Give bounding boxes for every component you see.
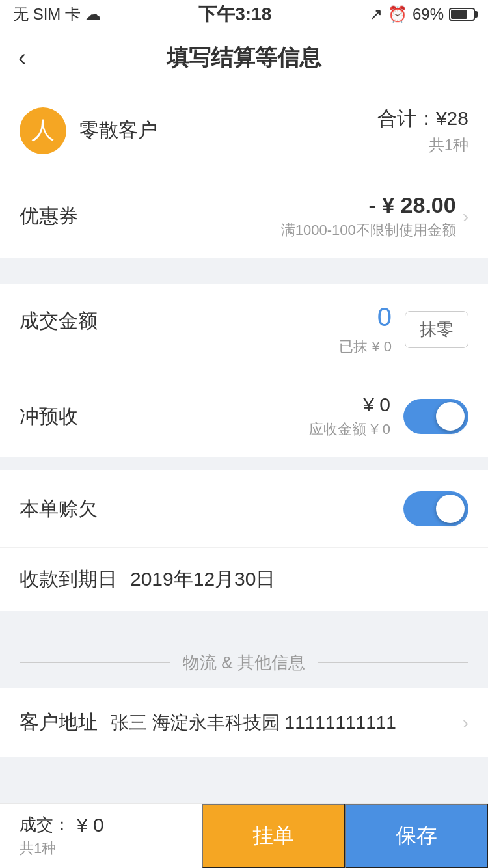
logistics-header: 物流 & 其他信息 <box>0 637 488 688</box>
transaction-row: 成交金额 0 已抹 ¥ 0 抹零 <box>0 284 488 375</box>
due-date-row[interactable]: 收款到期日 2019年12月30日 <box>0 547 488 611</box>
chevron-right-icon: › <box>463 206 468 227</box>
status-bar: 无 SIM 卡 ☁ 下午3:18 ↗ ⏰ 69% <box>0 0 488 29</box>
page-title: 填写结算等信息 <box>167 43 321 73</box>
round-button[interactable]: 抹零 <box>405 311 468 348</box>
customer-total-block: 合计：¥28 共1种 <box>377 105 468 156</box>
customer-row: 人 零散客户 合计：¥28 共1种 <box>0 87 488 174</box>
coupon-row[interactable]: 优惠券 - ¥ 28.00 满1000-100不限制使用金额 › <box>0 174 488 258</box>
back-button[interactable]: ‹ <box>18 44 26 72</box>
coupon-discount: - ¥ 28.00 <box>281 193 456 218</box>
coupon-description: 满1000-100不限制使用金额 <box>281 221 456 240</box>
transaction-section: 成交金额 0 已抹 ¥ 0 抹零 冲预收 ¥ 0 应收金额 ¥ 0 <box>0 284 488 457</box>
address-row[interactable]: 客户地址 张三 海淀永丰科技园 11111111111 › <box>0 688 488 757</box>
transaction-label: 成交金额 <box>20 303 98 334</box>
avatar: 人 <box>20 107 66 154</box>
save-button[interactable]: 保存 <box>345 804 488 869</box>
address-value: 张三 海淀永丰科技园 11111111111 <box>111 711 463 735</box>
debt-section: 本单赊欠 收款到期日 2019年12月30日 <box>0 470 488 611</box>
transaction-right: 0 已抹 ¥ 0 抹零 <box>339 303 468 357</box>
debt-label: 本单赊欠 <box>20 496 98 522</box>
customer-section: 人 零散客户 合计：¥28 共1种 优惠券 - ¥ 28.00 满1000-10… <box>0 87 488 258</box>
section-divider-1 <box>0 271 488 284</box>
debt-row: 本单赊欠 <box>0 470 488 547</box>
status-right: ↗ ⏰ 69% <box>370 5 475 23</box>
battery-icon <box>449 8 475 21</box>
customer-info: 人 零散客户 <box>20 107 157 154</box>
coupon-info: - ¥ 28.00 满1000-100不限制使用金额 <box>281 193 456 240</box>
bottom-transaction-amount: ¥ 0 <box>77 814 104 836</box>
coupon-label: 优惠券 <box>20 203 78 230</box>
customer-total: 合计：¥28 <box>377 105 468 132</box>
location-icon: ↗ <box>370 5 383 23</box>
bottom-transaction: 成交： ¥ 0 <box>20 813 182 836</box>
debt-toggle[interactable] <box>403 491 468 526</box>
toggle-knob <box>436 402 465 431</box>
divider-line-left <box>20 662 170 663</box>
coupon-right: - ¥ 28.00 满1000-100不限制使用金额 › <box>281 193 468 240</box>
transaction-value: 0 <box>339 303 392 332</box>
sim-status: 无 SIM 卡 ☁ <box>13 4 101 25</box>
battery-percent: 69% <box>413 5 444 23</box>
prepay-row: 冲预收 ¥ 0 应收金额 ¥ 0 <box>0 375 488 457</box>
prepay-amount: ¥ 0 <box>309 394 390 416</box>
bottom-bar: 成交： ¥ 0 共1种 挂单 保存 <box>0 803 488 868</box>
transaction-value-wrap: 0 已抹 ¥ 0 <box>339 303 392 357</box>
hold-button[interactable]: 挂单 <box>202 804 345 869</box>
address-label: 客户地址 <box>20 709 98 736</box>
status-time: 下午3:18 <box>198 2 271 27</box>
prepay-label: 冲预收 <box>20 403 78 430</box>
debt-toggle-knob <box>436 495 465 523</box>
bottom-info: 成交： ¥ 0 共1种 <box>0 813 202 858</box>
transaction-sub: 已抹 ¥ 0 <box>339 337 392 357</box>
address-chevron-icon: › <box>463 712 468 733</box>
customer-name: 零散客户 <box>79 117 157 144</box>
prepay-sub: 应收金额 ¥ 0 <box>309 420 390 439</box>
section-divider-3 <box>0 624 488 637</box>
bottom-count: 共1种 <box>20 839 182 858</box>
due-date-label: 收款到期日 <box>20 566 117 593</box>
divider-line-right <box>318 662 468 663</box>
nav-bar: ‹ 填写结算等信息 <box>0 29 488 87</box>
section-divider-2 <box>0 457 488 470</box>
alarm-icon: ⏰ <box>388 5 407 23</box>
address-section: 客户地址 张三 海淀永丰科技园 11111111111 › <box>0 688 488 757</box>
due-date-value: 2019年12月30日 <box>130 566 275 593</box>
prepay-toggle[interactable] <box>403 399 468 434</box>
customer-count: 共1种 <box>377 135 468 156</box>
bottom-transaction-label: 成交： <box>20 813 70 836</box>
logistics-text: 物流 & 其他信息 <box>183 651 305 674</box>
prepay-values: ¥ 0 应收金额 ¥ 0 <box>309 394 390 439</box>
status-left: 无 SIM 卡 ☁ <box>13 4 101 25</box>
prepay-right: ¥ 0 应收金额 ¥ 0 <box>309 394 468 439</box>
